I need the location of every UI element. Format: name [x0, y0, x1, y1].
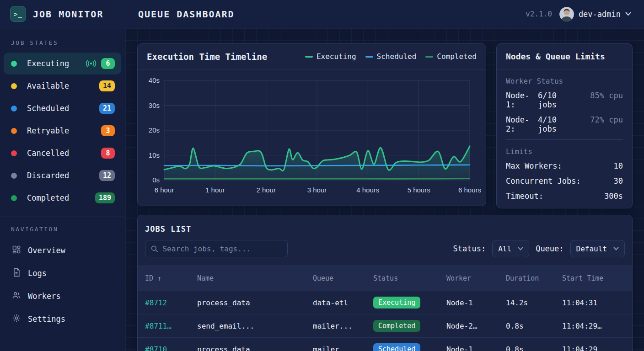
limit-row: Max Workers:10 — [506, 161, 623, 170]
svg-text:4 hours: 4 hours — [356, 186, 379, 194]
column-header[interactable]: Worker — [446, 274, 506, 282]
table-row[interactable]: #8712 process_data data-etl Executing No… — [138, 291, 632, 314]
limits-list: Max Workers:10Concurrent Jobs:30Timeout:… — [506, 161, 623, 201]
version-label: v2.1.0 — [526, 10, 552, 18]
sidebar-nav-item[interactable]: Logs — [0, 262, 125, 285]
user-menu[interactable]: dev-admin — [559, 7, 631, 21]
svg-text:20s: 20s — [149, 126, 160, 134]
chevron-down-icon — [625, 12, 631, 16]
sidebar-state-item[interactable]: Cancelled 8 — [4, 142, 121, 164]
status-badge: Scheduled — [373, 343, 420, 351]
job-id-link[interactable]: #8711… — [145, 322, 197, 330]
column-header[interactable]: Name — [197, 274, 313, 282]
nodes-panel-title: Nodes & Queue Limits — [497, 44, 632, 69]
gear-icon — [12, 314, 21, 324]
nav-label: Settings — [28, 314, 65, 324]
job-start-time: 11:04:29… — [562, 322, 632, 330]
node-cpu: 85% cpu — [579, 91, 623, 100]
limit-value: 300s — [604, 191, 623, 201]
sidebar-nav-item[interactable]: Workers — [0, 285, 125, 308]
nodes-limits-panel: Nodes & Queue Limits Worker Status Node-… — [496, 43, 633, 208]
sidebar-state-item[interactable]: Retryable 3 — [4, 120, 121, 142]
legend-item[interactable]: Scheduled — [365, 52, 417, 61]
queue-filter-select[interactable]: Default — [570, 240, 625, 257]
jobs-table-header: ID ↑NameQueueStatusWorkerDurationStart T… — [138, 266, 632, 291]
status-badge: Executing — [373, 297, 420, 308]
sidebar-state-item[interactable]: Discarded 12 — [4, 165, 121, 186]
job-start-time: 11:04:31 — [562, 298, 632, 307]
sidebar-state-item[interactable]: Scheduled 21 — [4, 97, 121, 119]
jobs-table-body: #8712 process_data data-etl Executing No… — [138, 291, 632, 351]
state-dot-icon — [11, 150, 17, 156]
status-filter-label: Status: — [453, 244, 486, 253]
search-icon — [151, 245, 158, 253]
limits-heading: Limits — [506, 147, 623, 156]
node-jobs: 6/10 jobs — [538, 91, 579, 109]
job-worker: Node-1 — [446, 345, 506, 351]
chart-title: Execution Time Timeline — [147, 52, 267, 62]
state-label: Completed — [27, 193, 69, 202]
job-id-link[interactable]: #8710 — [145, 345, 197, 351]
search-input[interactable] — [162, 245, 282, 253]
state-count-badge: 14 — [99, 80, 115, 91]
jobs-list-title: JOBS LIST — [138, 215, 632, 234]
job-worker: Node-2… — [446, 322, 506, 330]
svg-text:6 hours: 6 hours — [458, 186, 481, 194]
svg-text:5 hours: 5 hours — [408, 186, 430, 194]
state-count-badge: 12 — [99, 170, 115, 181]
queue-filter-value: Default — [576, 245, 607, 253]
node-jobs: 4/10 jobs — [538, 115, 579, 133]
sidebar: JOB STATES Executing 6 Available — [0, 28, 125, 351]
legend-item[interactable]: Executing — [305, 52, 356, 61]
sidebar-divider — [0, 217, 125, 217]
svg-text:30s: 30s — [149, 101, 160, 109]
sidebar-nav-item[interactable]: Settings — [0, 308, 125, 330]
sidebar-state-item[interactable]: Available 14 — [4, 75, 121, 97]
legend-label: Completed — [437, 52, 477, 61]
job-duration: 0.8s — [506, 322, 562, 330]
main-content: Execution Time Timeline ExecutingSchedul… — [125, 28, 644, 351]
state-label: Retryable — [27, 126, 69, 135]
sidebar-state-item[interactable]: Executing 6 — [4, 53, 121, 74]
svg-text:3 hour: 3 hour — [307, 186, 327, 194]
table-row[interactable]: #8711… send_email... mailer... Completed… — [138, 314, 632, 338]
svg-text:0s: 0s — [152, 176, 160, 184]
users-icon — [12, 291, 21, 302]
sidebar-state-item[interactable]: Completed 189 — [4, 187, 121, 209]
user-name: dev-admin — [579, 10, 621, 19]
worker-status-row: Node-2:4/10 jobs72% cpu — [506, 115, 623, 133]
state-label: Executing — [27, 59, 69, 68]
chevron-down-icon — [613, 247, 619, 250]
status-filter-select[interactable]: All — [492, 240, 529, 257]
column-header[interactable]: Queue — [313, 274, 373, 282]
avatar — [559, 7, 574, 21]
svg-text:6 hour: 6 hour — [155, 186, 174, 194]
node-cpu: 72% cpu — [579, 115, 623, 124]
legend-label: Scheduled — [377, 52, 417, 61]
svg-text:2 hour: 2 hour — [256, 186, 276, 194]
state-label: Available — [27, 81, 69, 90]
column-header[interactable]: Status — [373, 274, 446, 282]
limit-row: Concurrent Jobs:30 — [506, 176, 623, 186]
state-dot-icon — [11, 128, 17, 134]
chart-legend: ExecutingScheduledCompleted — [305, 52, 477, 61]
queue-filter-label: Queue: — [536, 244, 564, 253]
nav-label: Logs — [28, 269, 47, 278]
nav-label: Overview — [28, 246, 65, 255]
table-row[interactable]: #8710 process_data mailer Scheduled Node… — [138, 338, 632, 351]
app-title: JOB MONITOR — [33, 9, 103, 20]
column-header[interactable]: Start Time — [562, 274, 632, 282]
worker-status-heading: Worker Status — [506, 77, 623, 85]
limit-label: Max Workers: — [506, 161, 562, 170]
sidebar-nav-item[interactable]: Overview — [0, 239, 125, 262]
job-duration: 0.8s — [506, 345, 562, 351]
limit-label: Timeout: — [506, 191, 543, 201]
legend-item[interactable]: Completed — [425, 52, 477, 61]
legend-swatch — [365, 56, 373, 58]
job-id-link[interactable]: #8712 — [145, 298, 197, 307]
state-count-badge: 8 — [101, 148, 115, 159]
job-queue: data-etl — [313, 298, 373, 307]
state-dot-icon — [11, 61, 17, 67]
column-header[interactable]: Duration — [506, 274, 562, 282]
column-header[interactable]: ID ↑ — [145, 274, 197, 282]
